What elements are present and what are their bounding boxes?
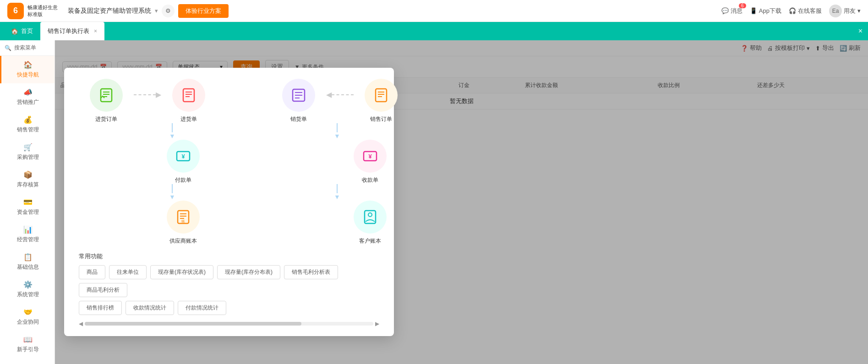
try-button[interactable]: 体验行业方案 bbox=[178, 4, 229, 18]
arrow-sales-order-to-bill: ◀ bbox=[326, 90, 354, 112]
flow-node-purchase-order[interactable]: 进货订单 bbox=[79, 79, 134, 123]
sidebar-item-business-mgmt[interactable]: 📊 经营管理 bbox=[0, 221, 55, 248]
message-icon: 💬 bbox=[721, 7, 729, 14]
sidebar-item-sys-mgmt[interactable]: ⚙️ 系统管理 bbox=[0, 276, 55, 303]
flow-node-sales-order[interactable]: 销售订单 bbox=[354, 79, 409, 123]
func-buttons-row-1: 商品 往来单位 现存量(库存状况表) 现存量(库存分布表) 销售毛利分析表 商品… bbox=[79, 265, 379, 297]
sales-bill-circle bbox=[282, 79, 315, 112]
func-btn-payment-stats[interactable]: 付款情况统计 bbox=[178, 301, 226, 315]
nav-close-icon[interactable]: × bbox=[858, 27, 863, 35]
content-area: ❓ 帮助 🖨 按模板打印 ▾ ⬆ 导出 🔄 刷新 bbox=[55, 40, 868, 364]
svg-point-26 bbox=[368, 213, 372, 217]
quick-nav-modal: 进货订单 ▶ 进 bbox=[64, 68, 394, 336]
common-functions-title: 常用功能 bbox=[79, 252, 379, 261]
message-btn[interactable]: 💬 消息 6 bbox=[721, 7, 742, 15]
flow-node-receipt-bill[interactable]: ¥ 收款单 bbox=[343, 140, 398, 184]
fund-icon: 💳 bbox=[23, 198, 33, 206]
sidebar-search[interactable]: 🔍 搜索菜单 bbox=[0, 40, 55, 56]
top-bar: 6 畅康通好生意 标准版 装备及固定资产辅助管理系统 ▾ ⚙ 体验行业方案 💬 … bbox=[0, 0, 868, 22]
user-dropdown-icon: ▾ bbox=[857, 7, 861, 14]
main-layout: 🔍 搜索菜单 🏠 快捷导航 📣 营销推广 💰 销售管理 🛒 采购管理 📦 bbox=[0, 40, 868, 364]
func-btn-partners[interactable]: 往来单位 bbox=[109, 265, 147, 279]
sidebar-item-new-guide[interactable]: 📖 新手引导 bbox=[0, 331, 55, 358]
supplier-ledger-circle: 账 bbox=[167, 201, 200, 234]
sidebar: 🔍 搜索菜单 🏠 快捷导航 📣 营销推广 💰 销售管理 🛒 采购管理 📦 bbox=[0, 40, 55, 364]
func-btn-product-profit[interactable]: 商品毛利分析 bbox=[79, 283, 127, 297]
modal-overlay[interactable]: 进货订单 ▶ 进 bbox=[55, 40, 868, 364]
scrollbar-right-arrow[interactable]: ▶ bbox=[375, 321, 379, 327]
logo-text: 畅康通好生意 标准版 bbox=[27, 4, 58, 17]
online-service-btn[interactable]: 🎧 在线客服 bbox=[789, 7, 822, 15]
avatar: Ea bbox=[829, 5, 842, 17]
flow-diagram: 进货订单 ▶ 进 bbox=[79, 79, 379, 245]
sidebar-item-basic-info[interactable]: 📋 基础信息 bbox=[0, 248, 55, 276]
func-btn-sales-profit[interactable]: 销售毛利分析表 bbox=[284, 265, 338, 279]
flow-node-payment-bill[interactable]: ¥ 付款单 bbox=[156, 140, 211, 184]
scrollbar-thumb bbox=[85, 322, 301, 326]
settings-icon[interactable]: ⚙ bbox=[162, 5, 175, 17]
flow-node-supplier-ledger[interactable]: 账 供应商账本 bbox=[156, 201, 211, 245]
logo-icon: 6 bbox=[7, 3, 24, 19]
sidebar-item-inventory[interactable]: 📦 库存核算 bbox=[0, 166, 55, 193]
guide-icon: 📖 bbox=[23, 335, 33, 344]
inventory-icon: 📦 bbox=[23, 170, 33, 179]
modal-scrollbar: ◀ ▶ bbox=[79, 321, 379, 327]
marketing-icon: 📣 bbox=[23, 88, 33, 97]
flow-node-customer-ledger[interactable]: 客户账本 bbox=[343, 201, 398, 245]
home-nav-icon: 🏠 bbox=[23, 60, 33, 69]
flow-row-1: 进货订单 ▶ 进 bbox=[79, 79, 409, 123]
purchase-order-circle bbox=[90, 79, 123, 112]
scrollbar-left-arrow[interactable]: ◀ bbox=[79, 321, 83, 327]
customer-ledger-circle bbox=[354, 201, 387, 234]
system-dropdown-icon[interactable]: ▾ bbox=[155, 7, 158, 14]
flow-row-arrows-2: ▼ ▼ bbox=[79, 184, 354, 201]
func-btn-inventory-status[interactable]: 现存量(库存状况表) bbox=[150, 265, 213, 279]
top-right: 💬 消息 6 📱 App下载 🎧 在线客服 Ea 用友 ▾ bbox=[721, 5, 861, 17]
sidebar-item-marketing[interactable]: 📣 营销推广 bbox=[0, 83, 55, 111]
payment-bill-circle: ¥ bbox=[167, 140, 200, 173]
flow-node-sales-bill[interactable]: 销货单 bbox=[271, 79, 326, 123]
sidebar-item-fund-mgmt[interactable]: 💳 资金管理 bbox=[0, 193, 55, 221]
message-badge: 6 bbox=[739, 3, 746, 8]
func-btn-collection-stats[interactable]: 收款情况统计 bbox=[126, 301, 174, 315]
user-btn[interactable]: Ea 用友 ▾ bbox=[829, 5, 861, 17]
flow-node-purchase-bill[interactable]: 进货单 bbox=[161, 79, 216, 123]
svg-rect-4 bbox=[183, 89, 194, 102]
flow-row-2: ¥ 付款单 ¥ 收款单 bbox=[79, 140, 398, 184]
tab-close-icon[interactable]: × bbox=[94, 28, 97, 34]
flow-row-arrows-1: ▼ ▼ bbox=[79, 123, 354, 140]
sales-icon: 💰 bbox=[23, 115, 33, 124]
business-icon: 📊 bbox=[23, 225, 33, 234]
svg-text:账: 账 bbox=[181, 219, 185, 223]
system-name: 装备及固定资产辅助管理系统 bbox=[68, 7, 151, 15]
app-container: 6 畅康通好生意 标准版 装备及固定资产辅助管理系统 ▾ ⚙ 体验行业方案 💬 … bbox=[0, 0, 868, 364]
app-download-icon: 📱 bbox=[750, 7, 757, 14]
sales-order-circle bbox=[365, 79, 398, 112]
scrollbar-track[interactable] bbox=[85, 322, 373, 326]
common-functions-section: 常用功能 商品 往来单位 现存量(库存状况表) 现存量(库存分布表) 销售毛利分… bbox=[79, 252, 379, 315]
headset-icon: 🎧 bbox=[789, 7, 796, 14]
sidebar-item-quick-nav[interactable]: 🏠 快捷导航 bbox=[0, 56, 55, 83]
logo-area: 6 畅康通好生意 标准版 bbox=[7, 3, 62, 19]
sidebar-item-purchase-mgmt[interactable]: 🛒 采购管理 bbox=[0, 138, 55, 166]
svg-rect-0 bbox=[101, 89, 112, 102]
svg-rect-12 bbox=[376, 89, 387, 102]
sidebar-item-enterprise[interactable]: 🤝 企业协同 bbox=[0, 303, 55, 331]
nav-bar: 🏠 首页 销售订单执行表 × × bbox=[0, 22, 868, 40]
func-btn-products[interactable]: 商品 bbox=[79, 265, 105, 279]
app-download-btn[interactable]: 📱 App下载 bbox=[750, 7, 781, 15]
basic-info-icon: 📋 bbox=[23, 253, 33, 261]
home-icon: 🏠 bbox=[11, 28, 18, 35]
tab-home[interactable]: 🏠 首页 bbox=[4, 22, 40, 40]
purchase-bill-circle bbox=[172, 79, 205, 112]
enterprise-icon: 🤝 bbox=[23, 308, 33, 316]
tab-sales-order-exec[interactable]: 销售订单执行表 × bbox=[40, 22, 104, 40]
sys-icon: ⚙️ bbox=[23, 280, 33, 289]
purchase-icon: 🛒 bbox=[23, 143, 33, 152]
arrow-purchase-order-to-bill: ▶ bbox=[134, 90, 161, 112]
func-btn-sales-ranking[interactable]: 销售排行榜 bbox=[79, 301, 122, 315]
flow-row-3: 账 供应商账本 客户账本 bbox=[79, 201, 398, 245]
search-icon: 🔍 bbox=[5, 45, 11, 51]
sidebar-item-sales-mgmt[interactable]: 💰 销售管理 bbox=[0, 111, 55, 138]
func-btn-inventory-dist[interactable]: 现存量(库存分布表) bbox=[217, 265, 280, 279]
